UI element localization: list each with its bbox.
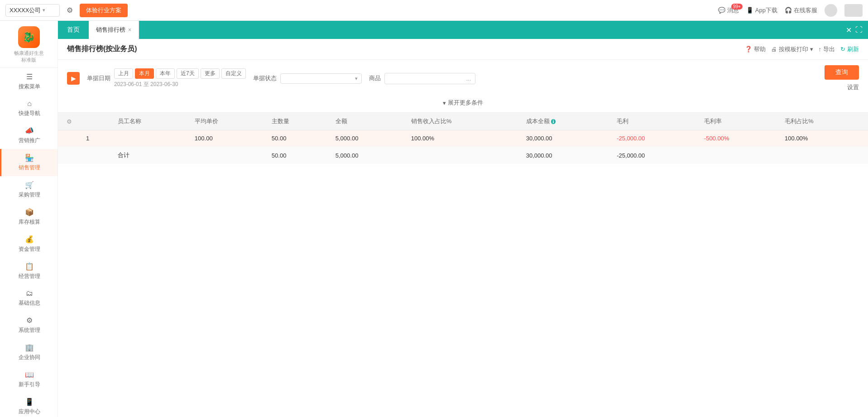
expand-icon: ▾ bbox=[443, 100, 446, 106]
date-btn-custom[interactable]: 自定义 bbox=[221, 68, 246, 79]
date-btn-this-year[interactable]: 本年 bbox=[156, 68, 175, 79]
sidebar-item-label: 快捷导航 bbox=[19, 110, 40, 117]
sidebar-item-label: 新手引导 bbox=[19, 381, 40, 388]
footer-cost: 30,000.00 bbox=[521, 147, 611, 164]
company-name: XXXXX公司 bbox=[10, 6, 41, 14]
refresh-btn[interactable]: ↻ 刷新 bbox=[840, 45, 859, 53]
sidebar-logo: 🐉 畅康通好生意 标准版 bbox=[0, 21, 58, 68]
goods-dots-btn[interactable]: ... bbox=[466, 75, 471, 82]
date-btn-this-month[interactable]: 本月 bbox=[135, 68, 154, 79]
sidebar-item-guide[interactable]: 📖 新手引导 bbox=[0, 366, 58, 393]
column-settings-icon[interactable]: ⚙ bbox=[67, 118, 72, 125]
footer-gross-rate bbox=[699, 147, 779, 164]
goods-filter-label: 商品 bbox=[369, 74, 381, 82]
main-layout: 🐉 畅康通好生意 标准版 ☰ 搜索菜单 ⌂ 快捷导航 📣 营销推广 🏪 销售管理… bbox=[0, 21, 868, 417]
cell-qty: 50.00 bbox=[266, 130, 330, 147]
table-body: 1 100.00 50.00 5,000.00 100.00% 30,000.0… bbox=[58, 130, 868, 147]
settings-link[interactable]: 设置 bbox=[847, 83, 859, 91]
message-btn[interactable]: 💬 消息 99+ bbox=[718, 6, 739, 14]
sales-icon: 🏪 bbox=[25, 153, 34, 162]
system-icon: ⚙ bbox=[26, 316, 33, 325]
query-button[interactable]: 查询 bbox=[825, 65, 859, 80]
cell-gross-rate: -500.00% bbox=[699, 130, 779, 147]
tab-close-window-btn[interactable]: ✕ bbox=[846, 26, 852, 34]
sidebar-item-search-order[interactable]: ☰ 搜索菜单 bbox=[0, 68, 58, 95]
cell-cost: 30,000.00 bbox=[521, 130, 611, 147]
sidebar-item-operations[interactable]: 📋 经营管理 bbox=[0, 258, 58, 285]
sidebar-item-label: 企业协同 bbox=[19, 354, 40, 361]
col-qty: 主数量 bbox=[266, 113, 330, 130]
sidebar-item-finance[interactable]: 💰 资金管理 bbox=[0, 230, 58, 258]
refresh-icon: ↻ bbox=[840, 46, 845, 53]
col-rank bbox=[81, 113, 112, 130]
page-title: 销售排行榜(按业务员) bbox=[67, 44, 137, 54]
sidebar-item-basics[interactable]: 🗂 基础信息 bbox=[0, 285, 58, 312]
status-filter-group: 单据状态 ▾ bbox=[253, 73, 362, 84]
table-wrapper: ⚙ 员工名称 平均单价 主数量 全额 销售收入占比% 成本全额 ℹ 毛 bbox=[58, 113, 868, 417]
tab-sales-ranking[interactable]: 销售排行榜 × bbox=[89, 21, 139, 39]
tab-maximize-btn[interactable]: ⛶ bbox=[855, 26, 863, 34]
sidebar: 🐉 畅康通好生意 标准版 ☰ 搜索菜单 ⌂ 快捷导航 📣 营销推广 🏪 销售管理… bbox=[0, 21, 58, 417]
footer-avg-price bbox=[189, 147, 266, 164]
footer-settings bbox=[58, 147, 81, 164]
goods-input[interactable] bbox=[388, 75, 465, 82]
export-icon: ↑ bbox=[819, 46, 822, 53]
sidebar-item-purchase[interactable]: 🛒 采购管理 bbox=[0, 176, 58, 203]
trial-button[interactable]: 体验行业方案 bbox=[80, 4, 128, 17]
sidebar-item-system[interactable]: ⚙ 系统管理 bbox=[0, 312, 58, 339]
col-gross-pct: 毛利占比% bbox=[779, 113, 868, 130]
message-badge: 99+ bbox=[731, 4, 743, 10]
user-name[interactable] bbox=[844, 4, 863, 17]
sidebar-item-sales[interactable]: 🏪 销售管理 bbox=[0, 149, 58, 176]
avatar[interactable] bbox=[825, 4, 837, 17]
cost-info-icon[interactable]: ℹ bbox=[551, 119, 556, 124]
sidebar-item-label: 营销推广 bbox=[19, 137, 40, 144]
col-gross-rate: 毛利率 bbox=[699, 113, 779, 130]
goods-filter-group: 商品 ... bbox=[369, 73, 475, 84]
sidebar-item-marketing[interactable]: 📣 营销推广 bbox=[0, 122, 58, 149]
export-btn[interactable]: ↑ 导出 bbox=[819, 45, 835, 53]
col-sales-pct: 销售收入占比% bbox=[406, 113, 521, 130]
sidebar-item-enterprise[interactable]: 🏢 企业协同 bbox=[0, 339, 58, 366]
company-selector[interactable]: XXXXX公司 ▾ bbox=[5, 4, 60, 17]
headset-icon: 🎧 bbox=[785, 7, 792, 14]
help-btn[interactable]: ❓ 帮助 bbox=[745, 45, 766, 53]
sidebar-item-apps[interactable]: 📱 应用中心 bbox=[0, 393, 58, 417]
footer-gross-pct bbox=[779, 147, 868, 164]
table-row: 1 100.00 50.00 5,000.00 100.00% 30,000.0… bbox=[58, 130, 868, 147]
status-filter-label: 单据状态 bbox=[253, 74, 277, 82]
table-header: ⚙ 员工名称 平均单价 主数量 全额 销售收入占比% 成本全额 ℹ 毛 bbox=[58, 113, 868, 130]
inventory-icon: 📦 bbox=[25, 208, 34, 216]
operations-icon: 📋 bbox=[25, 262, 34, 271]
footer-gross: -25,000.00 bbox=[611, 147, 699, 164]
tab-bar: 首页 销售排行榜 × ✕ ⛶ bbox=[58, 21, 868, 39]
tab-close-icon[interactable]: × bbox=[128, 27, 131, 33]
content-area: 首页 销售排行榜 × ✕ ⛶ 销售排行榜(按业务员) ❓ 帮助 bbox=[58, 21, 868, 417]
expand-conditions-btn[interactable]: ▾ 展开更多条件 bbox=[443, 99, 483, 107]
tab-home[interactable]: 首页 bbox=[58, 21, 89, 39]
cell-gross-pct: 100.00% bbox=[779, 130, 868, 147]
cell-settings bbox=[58, 130, 81, 147]
sidebar-item-quick-nav[interactable]: ⌂ 快捷导航 bbox=[0, 95, 58, 122]
app-download-label: App下载 bbox=[755, 6, 777, 14]
filter-right-actions: 查询 设置 bbox=[825, 65, 859, 91]
sidebar-item-inventory[interactable]: 📦 库存核算 bbox=[0, 203, 58, 230]
print-btn[interactable]: 🖨 按模板打印 ▾ bbox=[771, 45, 813, 53]
date-btn-more[interactable]: 更多 bbox=[201, 68, 220, 79]
marketing-icon: 📣 bbox=[25, 126, 34, 135]
footer-sales-pct bbox=[406, 147, 521, 164]
settings-icon[interactable]: ⚙ bbox=[63, 4, 76, 17]
footer-rank bbox=[81, 147, 112, 164]
date-filter-group: 单据日期 上月 本月 本年 近7天 更多 自定义 2023-06-01 至 20… bbox=[87, 68, 246, 88]
tab-actions: ✕ ⛶ bbox=[840, 21, 868, 39]
app-download-btn[interactable]: 📱 App下载 bbox=[746, 6, 777, 14]
date-btn-last-month[interactable]: 上月 bbox=[114, 68, 133, 79]
col-settings[interactable]: ⚙ bbox=[58, 113, 81, 130]
filter-toggle-btn[interactable]: ▶ bbox=[67, 72, 80, 85]
sidebar-item-label: 库存核算 bbox=[19, 218, 40, 226]
date-btn-7days[interactable]: 近7天 bbox=[177, 68, 199, 79]
logo-icon: 🐉 bbox=[18, 26, 40, 48]
online-service-btn[interactable]: 🎧 在线客服 bbox=[785, 6, 817, 14]
status-select[interactable]: ▾ bbox=[280, 73, 362, 84]
sidebar-item-label: 系统管理 bbox=[19, 326, 40, 334]
